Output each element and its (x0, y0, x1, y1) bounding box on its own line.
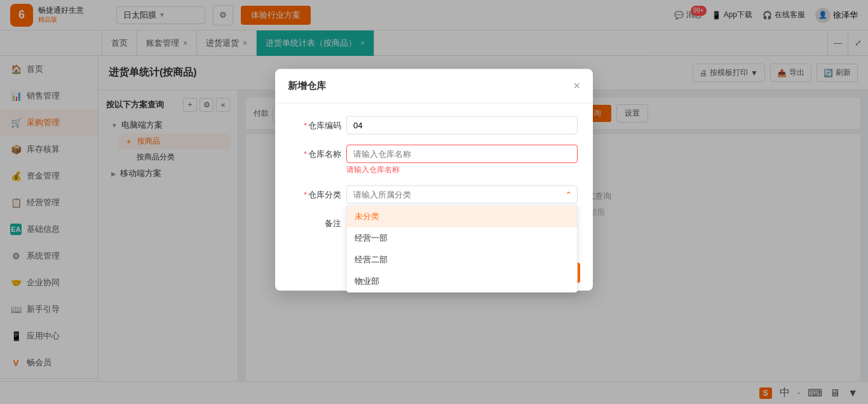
modal-header: 新增仓库 × (275, 69, 593, 104)
dropdown-item-property[interactable]: 物业部 (347, 271, 577, 292)
code-control (346, 116, 578, 135)
warehouse-name-input[interactable] (346, 145, 578, 163)
dropdown-item-unclassified[interactable]: 未分类 (347, 206, 577, 227)
name-error-msg: 请输入仓库名称 (346, 165, 578, 175)
dropdown-item-operations1[interactable]: 经营一部 (347, 227, 577, 249)
category-control: ⌃ 未分类 经营一部 经营二部 物业部 (346, 185, 578, 204)
category-dropdown: 未分类 经营一部 经营二部 物业部 (346, 205, 578, 293)
name-control: 请输入仓库名称 (346, 145, 578, 175)
code-label: 仓库编码 (290, 116, 341, 131)
modal-body: 仓库编码 仓库名称 请输入仓库名称 仓库分类 ⌃ 未分类 (275, 104, 593, 255)
category-label: 仓库分类 (290, 185, 341, 201)
dropdown-item-operations2[interactable]: 经营二部 (347, 249, 577, 271)
category-select-input[interactable] (346, 185, 578, 204)
category-select-wrapper: ⌃ (346, 185, 578, 204)
name-label: 仓库名称 (290, 145, 341, 160)
note-label: 备注 (290, 214, 341, 229)
category-field-row: 仓库分类 ⌃ 未分类 经营一部 经营二部 物业部 (290, 185, 578, 204)
category-arrow-icon[interactable]: ⌃ (565, 189, 573, 199)
new-warehouse-modal: 新增仓库 × 仓库编码 仓库名称 请输入仓库名称 仓库分类 ⌃ (275, 69, 593, 291)
code-field-row: 仓库编码 (290, 116, 578, 135)
warehouse-code-input[interactable] (346, 116, 578, 135)
modal-close-button[interactable]: × (573, 79, 580, 93)
name-field-row: 仓库名称 请输入仓库名称 (290, 145, 578, 175)
modal-title: 新增仓库 (288, 80, 326, 92)
